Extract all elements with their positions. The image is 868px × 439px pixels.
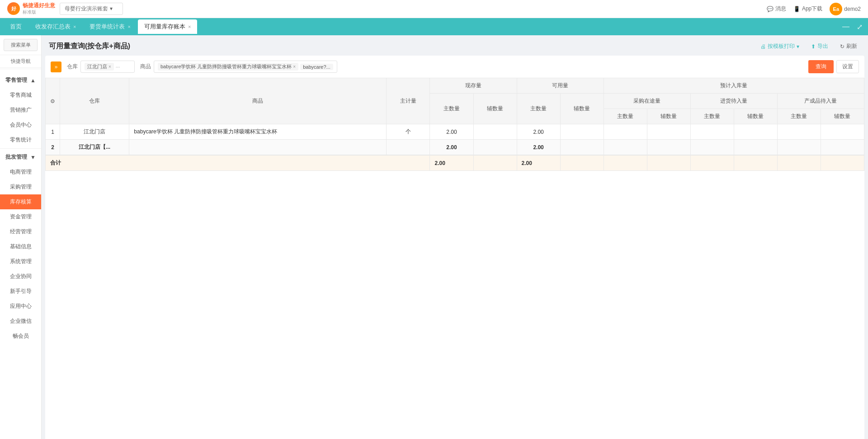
col-purchased-transit-header: 采购在途量 xyxy=(604,94,690,109)
sidebar-item-wholesale-mgmt[interactable]: 批发管理 ▼ xyxy=(0,150,41,165)
col-available-header: 可用量 xyxy=(517,78,604,94)
row-2-available-aux xyxy=(560,140,604,156)
footer-finished-main xyxy=(777,155,821,171)
version-badge: 标准版 xyxy=(23,9,55,15)
product-tag-1: babycare学饮杯 儿童防摔防撞吸管杯重力球吸嘴杯宝宝水杯 × xyxy=(158,63,298,71)
footer-finished-aux xyxy=(821,155,864,171)
warehouse-tag: 江北门店 × xyxy=(85,63,114,71)
expand-filter-button[interactable]: » xyxy=(51,61,61,72)
row-1-inbound-aux xyxy=(734,124,777,140)
tab-home[interactable]: 首页 xyxy=(4,19,28,34)
page-title: 可用量查询(按仓库+商品) xyxy=(49,42,130,51)
top-bar: 好 畅捷通好生意 标准版 母婴行业演示账套 ▾ 💬 消息 📱 App下载 Ea … xyxy=(0,0,868,18)
expand-icon-2: ▼ xyxy=(30,154,36,160)
footer-inbound-aux xyxy=(734,155,777,171)
export-button[interactable]: ⬆ 导出 xyxy=(807,41,832,52)
sidebar-item-marketing[interactable]: 营销推广 xyxy=(0,103,41,118)
tab-income-expense[interactable]: 收发存汇总表 × xyxy=(29,19,82,34)
footer-current-main: 2.00 xyxy=(430,155,473,171)
sidebar-item-retail-stats[interactable]: 零售统计 xyxy=(0,132,41,147)
row-2-inbound-aux xyxy=(734,140,777,156)
refresh-button[interactable]: ↻ 刷新 xyxy=(836,41,861,52)
sidebar-item-inventory[interactable]: 库存核算 xyxy=(0,194,41,209)
sidebar-item-operations[interactable]: 经营管理 xyxy=(0,224,41,239)
row-2-inbound-main xyxy=(690,140,734,156)
sidebar-item-new-guide[interactable]: 新手引导 xyxy=(0,284,41,299)
sidebar-item-purchase[interactable]: 采购管理 xyxy=(0,179,41,194)
row-2-finished-main xyxy=(777,140,821,156)
tab-close-available-stock[interactable]: × xyxy=(188,24,191,29)
search-menu-button[interactable]: 搜索菜单 xyxy=(4,39,38,51)
row-2-finished-aux xyxy=(821,140,864,156)
col-current-aux-header: 辅数量 xyxy=(473,94,517,124)
warehouse-input[interactable]: 江北门店 × ··· xyxy=(80,61,135,73)
quick-nav-button[interactable]: 快捷导航 xyxy=(0,55,41,68)
col-product-header: 商品 xyxy=(129,78,387,124)
sidebar-item-finance[interactable]: 资金管理 xyxy=(0,209,41,224)
warehouse-more[interactable]: ··· xyxy=(116,64,120,70)
footer-purchased-main xyxy=(604,155,647,171)
product-input[interactable]: babycare学饮杯 儿童防摔防撞吸管杯重力球吸嘴杯宝宝水杯 × babyca… xyxy=(154,61,337,73)
product-filter-group: 商品 babycare学饮杯 儿童防摔防撞吸管杯重力球吸嘴杯宝宝水杯 × bab… xyxy=(140,61,337,73)
row-1-finished-main xyxy=(777,124,821,140)
row-2-purchased-main xyxy=(604,140,647,156)
tab-close-income-expense[interactable]: × xyxy=(73,24,76,29)
row-1-current-main: 2.00 xyxy=(430,124,473,140)
sidebar-item-retail-mall[interactable]: 零售商城 xyxy=(0,88,41,103)
product-tag-2: babycare?... xyxy=(300,64,333,70)
tab-minimize-button[interactable]: — xyxy=(840,22,851,32)
product-tag-1-close[interactable]: × xyxy=(293,64,296,69)
expand-icon: ▲ xyxy=(30,77,36,84)
footer-label: 合计 xyxy=(46,155,430,171)
tab-available-stock[interactable]: 可用量库存账本 × xyxy=(138,19,197,34)
settings-button[interactable]: 设置 xyxy=(836,60,859,73)
sidebar: 搜索菜单 快捷导航 零售管理 ▲ 零售商城 营销推广 会员中心 零售统计 批发管 xyxy=(0,35,42,439)
print-icon: 🖨 xyxy=(760,43,766,50)
sidebar-item-retail-mgmt[interactable]: 零售管理 ▲ xyxy=(0,73,41,88)
sidebar-item-basic-info[interactable]: 基础信息 xyxy=(0,239,41,254)
message-icon: 💬 xyxy=(767,6,774,12)
tab-maximize-button[interactable]: ⤢ xyxy=(855,22,864,32)
sidebar-item-vip-member[interactable]: 畅会员 xyxy=(0,329,41,344)
sidebar-item-system[interactable]: 系统管理 xyxy=(0,254,41,269)
sidebar-item-member[interactable]: 会员中心 xyxy=(0,118,41,132)
brand-info: 畅捷通好生意 标准版 xyxy=(23,2,55,15)
col-planned-inbound-header: 预计入库量 xyxy=(604,78,864,94)
brand-name: 畅捷通好生意 xyxy=(23,2,55,9)
table-row-subtotal: 2 江北门店【... 2.00 2.00 xyxy=(46,140,864,156)
chevron-down-icon: ▾ xyxy=(110,5,113,12)
app-icon: 📱 xyxy=(793,6,800,12)
tab-close-order-stats[interactable]: × xyxy=(127,24,130,29)
col-purchased-aux-header: 辅数量 xyxy=(647,109,690,124)
col-inbound-main-header: 主数量 xyxy=(690,109,734,124)
row-2-current-main: 2.00 xyxy=(430,140,473,156)
sidebar-divider xyxy=(0,69,41,69)
col-available-main-header: 主数量 xyxy=(517,94,560,124)
message-button[interactable]: 💬 消息 xyxy=(767,5,786,13)
col-finished-aux-header: 辅数量 xyxy=(821,109,864,124)
row-2-warehouse: 江北门店【... xyxy=(60,140,129,156)
industry-selector[interactable]: 母婴行业演示账套 ▾ xyxy=(60,3,123,15)
footer-purchased-aux xyxy=(647,155,690,171)
tab-order-stats[interactable]: 要货单统计表 × xyxy=(83,19,137,34)
table-footer-row: 合计 2.00 2.00 xyxy=(46,155,864,171)
warehouse-label: 仓库 xyxy=(67,63,78,71)
sidebar-item-enterprise-wechat[interactable]: 企业微信 xyxy=(0,314,41,329)
query-button[interactable]: 查询 xyxy=(808,60,834,73)
sidebar-item-ecommerce[interactable]: 电商管理 xyxy=(0,165,41,179)
warehouse-tag-close[interactable]: × xyxy=(108,64,111,69)
main-layout: 搜索菜单 快捷导航 零售管理 ▲ 零售商城 营销推广 会员中心 零售统计 批发管 xyxy=(0,35,868,439)
col-finished-main-header: 主数量 xyxy=(777,109,821,124)
print-button[interactable]: 🖨 按模板打印 ▾ xyxy=(757,41,803,52)
sidebar-item-app-center[interactable]: 应用中心 xyxy=(0,299,41,314)
col-settings-icon[interactable]: ⚙ xyxy=(50,98,55,104)
user-area[interactable]: Ea demo2 xyxy=(830,3,861,15)
row-1-unit: 个 xyxy=(387,124,430,140)
top-bar-right: 💬 消息 📱 App下载 Ea demo2 xyxy=(767,3,861,15)
app-download-button[interactable]: 📱 App下载 xyxy=(793,5,822,13)
logo-area: 好 畅捷通好生意 标准版 xyxy=(7,2,55,15)
sidebar-item-enterprise-collab[interactable]: 企业协同 xyxy=(0,269,41,284)
row-1-inbound-main xyxy=(690,124,734,140)
tab-bar-actions: — ⤢ xyxy=(840,22,864,32)
avatar: Ea xyxy=(830,3,842,15)
